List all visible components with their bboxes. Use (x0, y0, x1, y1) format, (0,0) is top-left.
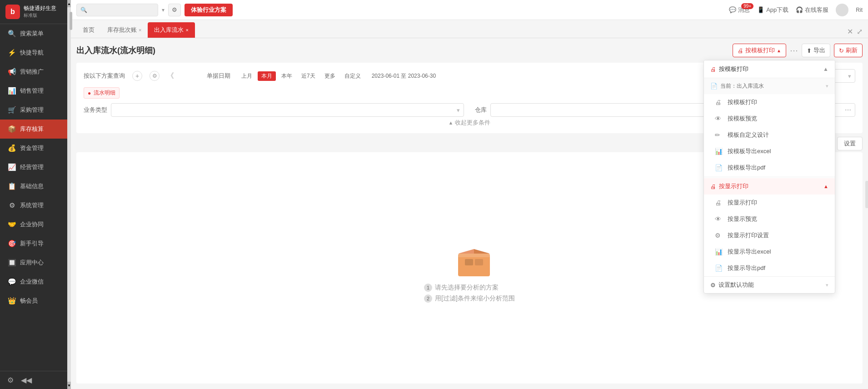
dropdown-display-section-header[interactable]: 🖨 按显示打印 ▲ (704, 178, 835, 194)
user-avatar[interactable] (836, 4, 848, 16)
biz-type-label: 业务类型 (84, 106, 107, 114)
filter-tag-icon: ● (88, 90, 91, 96)
filter-tag-flow: ● 流水明细 (84, 87, 120, 99)
tab-expand-icon[interactable]: ⤢ (857, 27, 863, 36)
svg-rect-5 (458, 254, 490, 257)
dropdown-current-template[interactable]: 📄 当前：出入库流水 ▾ (704, 78, 835, 94)
date-tab-last-month[interactable]: 上月 (238, 71, 256, 81)
sidebar-label-member: 畅会员 (20, 297, 38, 305)
scroll-down-btn[interactable]: ▼ (67, 382, 71, 389)
dropdown-pdf-template-item[interactable]: 📄 按模板导出pdf (704, 160, 835, 176)
hint-num-1: 1 (424, 284, 432, 292)
sidebar-item-search[interactable]: 🔍 搜索菜单 (0, 24, 67, 43)
print-dropdown-panel: 🖨 按模板打印 ▲ 📄 当前：出入库流水 ▾ 🖨 (703, 60, 835, 294)
sidebar-icon-basic: 📋 (7, 182, 16, 191)
more-actions-icon[interactable]: ⋯ (790, 45, 798, 55)
sidebar-item-inventory[interactable]: 📦 库存核算 (0, 120, 67, 139)
tab-close-all-icon[interactable]: ✕ (847, 27, 853, 36)
sidebar-item-system[interactable]: ⚙ 系统管理 (0, 196, 67, 215)
svg-rect-4 (475, 259, 483, 265)
warehouse-label: 仓库 (475, 106, 487, 114)
empty-hint-2: 2 用[过滤]条件来缩小分析范围 (424, 294, 515, 303)
topbar-dropdown-icon[interactable]: ▾ (162, 7, 165, 13)
tab-inventory-flow[interactable]: 出入库流水 × (148, 22, 195, 38)
topbar-gear-btn[interactable]: ⚙ (168, 4, 181, 16)
dropdown-excel-display-item[interactable]: 📊 按显示导出excel (704, 244, 835, 260)
tab-inventory-flow-close[interactable]: × (185, 27, 188, 33)
filter-tag-label: 流水明细 (94, 89, 115, 97)
sidebar-item-quick-nav[interactable]: ⚡ 快捷导航 (0, 43, 67, 62)
dropdown-print-template-item[interactable]: 🖨 按模板打印 (704, 94, 835, 110)
sidebar-settings-icon[interactable]: ⚙ (7, 376, 14, 384)
sidebar-icon-marketing: 📢 (7, 67, 16, 76)
app-download-btn[interactable]: 📱 App下载 (757, 6, 788, 14)
biz-type-select[interactable]: ▾ (111, 103, 464, 117)
topbar-search[interactable]: 🔍 (76, 4, 158, 16)
refresh-btn[interactable]: ↻ 刷新 (834, 44, 863, 57)
date-tab-year[interactable]: 本年 (278, 71, 296, 81)
design-icon: ✏ (715, 131, 723, 139)
sidebar-item-apps[interactable]: 🔲 应用中心 (0, 253, 67, 272)
dropdown-set-default-btn[interactable]: ⚙ 设置默认功能 ▾ (704, 276, 835, 293)
trial-btn[interactable]: 体验行业方案 (185, 4, 233, 16)
print-display-icon: 🖨 (715, 199, 723, 206)
filter-add-btn[interactable]: + (132, 71, 142, 81)
dropdown-preview-display-item[interactable]: 👁 按显示预览 (704, 211, 835, 227)
filter-collapse-btn[interactable]: 《 (167, 71, 174, 81)
sidebar-item-finance[interactable]: 💰 资金管理 (0, 139, 67, 158)
sidebar-item-guide[interactable]: 🎯 新手引导 (0, 234, 67, 253)
export-btn[interactable]: ⬆ 导出 (802, 44, 830, 57)
sidebar-collapse-icon[interactable]: ◀◀ (21, 376, 32, 384)
dropdown-excel-template-item[interactable]: 📊 按模板导出excel (704, 143, 835, 160)
sidebar-icon-inventory: 📦 (7, 125, 16, 134)
date-tab-7days[interactable]: 近7天 (298, 71, 319, 81)
sidebar-item-member[interactable]: 👑 畅会员 (0, 291, 67, 310)
date-tab-custom[interactable]: 自定义 (341, 71, 364, 81)
sidebar: b 畅捷通好生意 标准版 🔍 搜索菜单 ⚡ 快捷导航 📢 营销推广 📊 销售管理… (0, 0, 67, 389)
collapse-label: 收起更多条件 (455, 119, 490, 127)
sidebar-label-wechat: 企业微信 (20, 278, 44, 286)
dropdown-pdf-display-item[interactable]: 📄 按显示导出pdf (704, 260, 835, 276)
print-template-btn[interactable]: 🖨 按模板打印 ▲ (733, 44, 786, 57)
dropdown-preview-template-item[interactable]: 👁 按模板预览 (704, 110, 835, 127)
sidebar-icon-finance: 💰 (7, 144, 16, 153)
sidebar-item-purchase[interactable]: 🛒 采购管理 (0, 100, 67, 120)
sidebar-label-finance: 资金管理 (20, 144, 44, 152)
date-tab-more[interactable]: 更多 (321, 71, 339, 81)
sidebar-label-cooperation: 企业协同 (20, 220, 44, 229)
dropdown-collapse-btn[interactable]: ▲ (823, 66, 828, 72)
sidebar-item-marketing[interactable]: 📢 营销推广 (0, 62, 67, 81)
tab-batch-account-close[interactable]: × (139, 27, 141, 33)
sidebar-label-marketing: 营销推广 (20, 68, 44, 76)
date-range: 2023-06-01 至 2023-06-30 (372, 72, 436, 80)
dropdown-design-template-item[interactable]: ✏ 模板自定义设计 (704, 127, 835, 143)
page-header: 出入库流水(流水明细) 🖨 按模板打印 ▲ ⋯ ⬆ 导出 ↻ 刷新 (76, 44, 863, 57)
print-icon: 🖨 (715, 99, 723, 106)
sidebar-label-operations: 经营管理 (20, 163, 44, 171)
date-label: 单据日期 (207, 72, 230, 80)
user-name[interactable]: Rit (856, 7, 863, 13)
tab-batch-account[interactable]: 库存批次账 × (101, 22, 148, 38)
main-area: 🔍 ▾ ⚙ 体验行业方案 💬 消息 99+ 📱 App下载 🎧 在线客服 Rit (71, 0, 868, 389)
topbar: 🔍 ▾ ⚙ 体验行业方案 💬 消息 99+ 📱 App下载 🎧 在线客服 Rit (71, 0, 868, 20)
right-edge-indicator[interactable] (865, 181, 868, 208)
sidebar-label-inventory: 库存核算 (20, 125, 44, 133)
settings-btn[interactable]: 设置 (837, 137, 863, 150)
sidebar-icon-purchase: 🛒 (7, 105, 16, 115)
sidebar-item-operations[interactable]: 📈 经营管理 (0, 158, 67, 177)
online-service-btn[interactable]: 🎧 在线客服 (796, 6, 828, 14)
sidebar-item-wechat[interactable]: 💬 企业微信 (0, 272, 67, 291)
app-logo-icon: b (5, 5, 20, 19)
date-tab-current-month[interactable]: 本月 (258, 71, 276, 81)
dropdown-settings-display-item[interactable]: ⚙ 按显示打印设置 (704, 227, 835, 244)
message-btn[interactable]: 💬 消息 99+ (729, 6, 750, 14)
scroll-up-btn[interactable]: ▲ (67, 0, 71, 7)
tab-home[interactable]: 首页 (76, 22, 101, 38)
date-tabs: 上月 本月 本年 近7天 更多 自定义 (238, 71, 364, 81)
filter-settings-btn[interactable]: ⚙ (150, 71, 160, 81)
sidebar-icon-apps: 🔲 (7, 258, 16, 267)
sidebar-item-sales[interactable]: 📊 销售管理 (0, 81, 67, 100)
sidebar-item-cooperation[interactable]: 🤝 企业协同 (0, 215, 67, 234)
sidebar-item-basic[interactable]: 📋 基础信息 (0, 177, 67, 196)
dropdown-print-display-item[interactable]: 🖨 按显示打印 (704, 194, 835, 211)
